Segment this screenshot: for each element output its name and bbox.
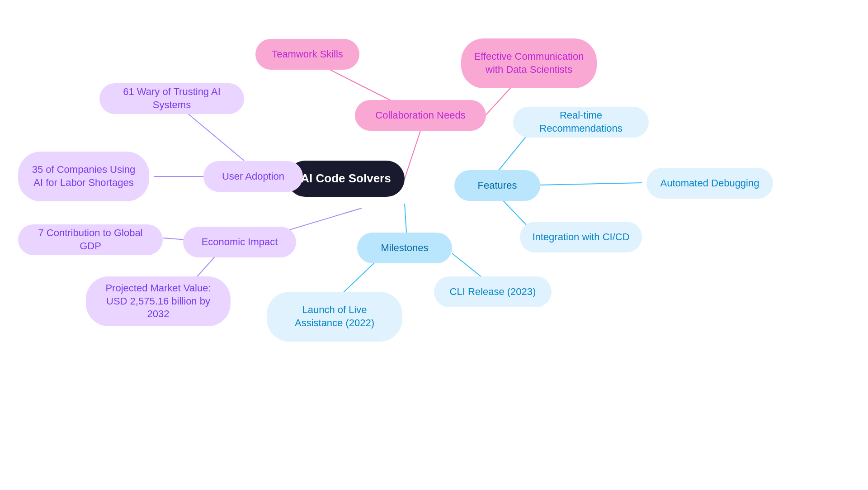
projected-market-node: Projected Market Value: USD 2,575.16 bil…	[86, 276, 231, 326]
svg-line-9	[538, 183, 642, 185]
user-adoption-node: User Adoption	[203, 161, 303, 192]
economic-impact-node: Economic Impact	[183, 227, 296, 257]
launch-live-node: Launch of Live Assistance (2022)	[267, 292, 402, 342]
svg-line-0	[405, 131, 420, 179]
integration-cicd-node: Integration with CI/CD	[520, 222, 642, 252]
features-node: Features	[454, 170, 540, 201]
companies-labor-node: 35 of Companies Using AI for Labor Short…	[18, 152, 149, 201]
contribution-gdp-node: 7 Contribution to Global GDP	[18, 224, 163, 255]
realtime-recommendations-node: Real-time Recommendations	[513, 107, 649, 138]
wary-trusting-node: 61 Wary of Trusting AI Systems	[99, 83, 244, 114]
collaboration-needs-node: Collaboration Needs	[355, 100, 486, 131]
svg-line-4	[179, 106, 244, 161]
cli-release-node: CLI Release (2023)	[434, 276, 552, 307]
effective-communication-node: Effective Communication with Data Scient…	[461, 38, 597, 88]
milestones-node: Milestones	[357, 233, 452, 263]
center-node: AI Code Solvers	[287, 161, 405, 197]
teamwork-skills-node: Teamwork Skills	[255, 39, 359, 70]
automated-debugging-node: Automated Debugging	[646, 168, 773, 199]
